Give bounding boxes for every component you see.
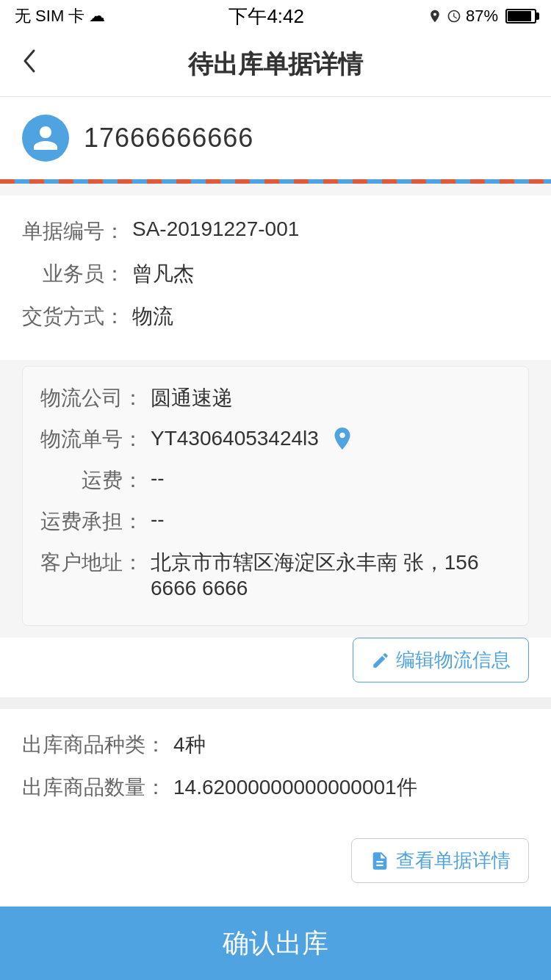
goods-section: 出库商品种类： 4种 出库商品数量： 14.62000000000000001件	[0, 709, 551, 831]
order-number-value: SA-20191227-001	[132, 217, 529, 241]
tracking-number-row: 物流单号： YT43064053424l3	[40, 425, 511, 453]
freight-value: --	[151, 466, 511, 490]
edit-btn-row: 编辑物流信息	[0, 638, 551, 697]
freight-bearer-row: 运费承担： --	[40, 508, 511, 536]
order-info-section: 单据编号： SA-20191227-001 业务员： 曾凡杰 交货方式： 物流	[0, 195, 551, 360]
sales-person-row: 业务员： 曾凡杰	[22, 260, 529, 288]
tracking-number-value: YT43064053424l3	[151, 427, 319, 450]
phone-number: 17666666666	[84, 123, 253, 154]
tracking-number-label: 物流单号：	[40, 425, 143, 453]
location-status-icon	[428, 9, 442, 24]
delivery-method-value: 物流	[132, 303, 529, 331]
battery-percent: 87%	[466, 7, 498, 26]
sales-person-value: 曾凡杰	[132, 260, 529, 288]
battery-icon	[505, 9, 536, 24]
tracking-location-icon[interactable]	[329, 425, 356, 452]
view-btn-row: 查看单据详情	[0, 831, 551, 905]
freight-label: 运费：	[40, 466, 143, 494]
edit-icon	[371, 651, 390, 670]
goods-types-value: 4种	[173, 731, 529, 759]
user-icon	[31, 123, 60, 153]
freight-bearer-value: --	[151, 508, 511, 531]
logistics-company-row: 物流公司： 圆通速递	[40, 384, 511, 412]
address-row: 客户地址： 北京市市辖区海淀区永丰南 张，156 6666 6666	[40, 549, 511, 600]
avatar	[22, 115, 69, 162]
edit-logistics-button[interactable]: 编辑物流信息	[353, 638, 529, 682]
order-number-row: 单据编号： SA-20191227-001	[22, 217, 529, 245]
view-details-button[interactable]: 查看单据详情	[351, 838, 529, 883]
section-divider	[0, 697, 551, 709]
tracking-value-row: YT43064053424l3	[151, 425, 356, 452]
confirm-button[interactable]: 确认出库	[0, 907, 551, 980]
nav-bar: 待出库单据详情	[0, 32, 551, 97]
document-icon	[370, 851, 390, 871]
back-button[interactable]	[21, 45, 41, 84]
address-label: 客户地址：	[40, 549, 143, 577]
sim-status: 无 SIM 卡 ☁	[15, 5, 105, 27]
goods-quantity-label: 出库商品数量：	[22, 774, 166, 801]
freight-bearer-label: 运费承担：	[40, 508, 143, 536]
logistics-card: 物流公司： 圆通速递 物流单号： YT43064053424l3 运费： -- …	[22, 366, 529, 626]
goods-quantity-row: 出库商品数量： 14.62000000000000001件	[22, 774, 529, 801]
sales-person-label: 业务员：	[22, 260, 125, 288]
phone-header: 17666666666	[0, 97, 551, 179]
confirm-button-label: 确认出库	[223, 926, 328, 962]
clock-status-icon	[447, 9, 461, 24]
goods-types-label: 出库商品种类：	[22, 731, 166, 759]
address-value: 北京市市辖区海淀区永丰南 张，156 6666 6666	[151, 549, 511, 600]
status-right: 87%	[428, 7, 536, 26]
logistics-company-label: 物流公司：	[40, 384, 143, 412]
freight-row: 运费： --	[40, 466, 511, 494]
page-title: 待出库单据详情	[188, 48, 363, 82]
status-bar: 无 SIM 卡 ☁ 下午4:42 87%	[0, 0, 551, 32]
delivery-method-label: 交货方式：	[22, 303, 125, 331]
logistics-company-value: 圆通速递	[151, 384, 511, 412]
view-details-label: 查看单据详情	[396, 848, 511, 873]
order-number-label: 单据编号：	[22, 217, 125, 245]
status-time: 下午4:42	[228, 4, 304, 29]
edit-logistics-label: 编辑物流信息	[396, 647, 511, 673]
goods-types-row: 出库商品种类： 4种	[22, 731, 529, 759]
goods-quantity-value: 14.62000000000000001件	[173, 774, 529, 801]
delivery-method-row: 交货方式： 物流	[22, 303, 529, 331]
status-left: 无 SIM 卡 ☁	[15, 5, 105, 27]
dashed-divider	[0, 179, 551, 184]
